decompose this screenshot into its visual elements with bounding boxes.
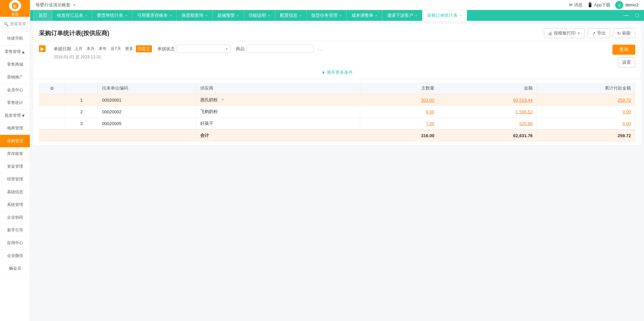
date-btn-more[interactable]: 更多 [124,45,135,52]
tab-purchase-order-stats[interactable]: 采购订单统计表 × [422,10,467,21]
tab-invite-downstream[interactable]: 邀请下游客户 × [382,10,422,21]
data-table: ⚙ 往来单位编码 供应商 主数量 [39,83,635,142]
logo-text: 标题 [12,12,18,17]
tab-order-stats[interactable]: 要货单统计表 × [92,10,132,21]
sidebar-item-retail-stats[interactable]: 零售统计 [0,97,30,109]
close-icon[interactable]: × [460,13,462,17]
sidebar-item-system[interactable]: 系统管理 [0,199,30,211]
row-qty-cell: 6.00 [360,106,438,118]
sidebar-item-wholesale[interactable]: 批发管理 ▼ [0,109,30,122]
sidebar-item-wechat[interactable]: 企业微信 [0,250,30,262]
close-icon[interactable]: × [415,13,417,17]
tab-picking[interactable]: 拣货任务管理 × [307,10,346,21]
goods-label: 商品 [236,46,245,52]
sidebar-item-label: 应用中心 [7,240,23,245]
export-button[interactable]: ↗ 导出 [588,28,610,38]
qty-link[interactable]: 6.00 [426,109,434,114]
close-icon[interactable]: × [339,13,341,17]
quick-nav-area[interactable]: 快捷导航 [0,32,30,46]
close-icon[interactable]: × [268,13,270,17]
sidebar-item-ecommerce[interactable]: 电商管理 [0,122,30,135]
tab-inventory-book[interactable]: 可用量库存账本 × [132,10,177,21]
footer-label: 合计 [200,133,209,138]
table-body: 1 00020001 惠氏奶粉 ▼ 303.00 [39,94,635,130]
sidebar-item-marketing[interactable]: 营销推广 [0,71,30,84]
sidebar-item-label: 零售管理 [5,49,21,55]
qty-link[interactable]: 7.00 [426,121,434,126]
sidebar-item-app-center[interactable]: 应用中心 [0,237,30,250]
date-btn-last-month[interactable]: 上月 [73,45,84,52]
user-profile[interactable]: d demo2 [615,1,639,9]
column-settings-icon[interactable]: ⚙ [50,86,54,91]
tab-home[interactable]: 首页 [34,10,52,21]
tab-home-label: 首页 [39,12,47,18]
tab-minimize-button[interactable]: — [621,12,631,19]
amount-link[interactable]: 525.80 [519,121,533,126]
paid-link[interactable]: 0.00 [623,109,631,114]
query-button[interactable]: 查询 [612,45,635,55]
tab-cost-adjust[interactable]: 成本调整单 × [347,10,382,21]
svg-text:畅: 畅 [13,4,17,8]
row-expand-icon[interactable]: ▼ [220,97,225,102]
date-btn-7days[interactable]: 近7天 [109,45,122,52]
tab-expiry[interactable]: 保质期查询 × [177,10,212,21]
tab-maximize-button[interactable]: □ [633,12,641,19]
row-supplier-cell: 惠氏奶粉 ▼ [196,94,360,106]
qty-link[interactable]: 303.00 [421,98,434,103]
sidebar-item-new-guide[interactable]: 新手引导 [0,224,30,237]
amount-link[interactable]: 60,519.44 [513,98,533,103]
app-download-button[interactable]: 📱 App下载 [587,2,610,8]
sidebar-item-member[interactable]: 会员中心 [0,84,30,97]
row-supplier-cell: 飞鹤奶粉 [196,106,360,118]
paid-link[interactable]: 0.00 [623,121,631,126]
tab-config[interactable]: 配置信息 × [275,10,307,21]
sidebar-item-member2[interactable]: 畅会员 [0,262,30,275]
chevron-down-icon: ▲ [21,50,25,54]
sidebar-item-inventory[interactable]: 库存核算 [0,148,30,160]
close-icon[interactable]: × [237,13,239,17]
sidebar-item-retail-mgmt[interactable]: 零售管理 ▲ [0,46,30,58]
close-icon[interactable]: × [170,13,172,17]
sidebar-search-button[interactable]: 🔍 搜索英单 [2,19,28,29]
sidebar-item-retail-store[interactable]: 零售商城 [0,58,30,71]
date-btn-this-year[interactable]: 本年 [97,45,108,52]
settings-button[interactable]: 设置 [618,57,635,67]
sidebar-item-finance[interactable]: 资金管理 [0,160,30,173]
date-btn-custom[interactable]: 自定义 [136,45,152,52]
goods-input[interactable] [247,45,314,53]
close-icon[interactable]: × [125,13,127,17]
close-icon[interactable]: × [205,13,207,17]
date-btn-this-month[interactable]: 本月 [85,45,96,52]
refresh-button[interactable]: ↻ 刷新 [613,28,635,38]
tab-overstock[interactable]: 超储预警 × [213,10,244,21]
collapse-toggle-button[interactable]: ▶ [39,45,46,52]
message-button[interactable]: ✉ 消息 [569,2,583,8]
paid-link[interactable]: 259.72 [618,98,631,103]
sidebar-item-label: 库存核算 [7,151,23,156]
expand-more-button[interactable]: ▼ 展开更多条件 [321,69,353,75]
status-select[interactable] [177,45,230,53]
tab-receive-send[interactable]: 收发存汇总表 × [52,10,92,21]
tab-label: 配置信息 [280,12,298,18]
amount-link[interactable]: 1,586.52 [516,109,533,114]
sidebar-item-purchase[interactable]: 采购管理 [0,135,30,148]
goods-filter-group: 商品 … [236,45,325,53]
sidebar-item-enterprise[interactable]: 企业协同 [0,211,30,224]
table-row: 3 00020005 好孩子 7.00 [39,118,635,130]
table-row: 1 00020001 惠氏奶粉 ▼ 303.00 [39,94,635,106]
print-button[interactable]: 🖨 按模板打印 ▼ [544,28,585,38]
row-code-cell: 00020005 [98,118,196,130]
workspace-selector[interactable]: 母婴行业演示账套 ▼ [36,2,76,8]
sidebar-item-ops[interactable]: 经营管理 [0,173,30,186]
tab-feature-desc[interactable]: 功能说明 × [244,10,275,21]
sidebar-item-basic-info[interactable]: 基础信息 [0,186,30,199]
app-icon: 📱 [587,2,593,7]
goods-more-icon[interactable]: … [316,46,325,52]
tab-label: 可用量库存账本 [137,12,168,18]
close-icon[interactable]: × [85,13,87,17]
row-qty-cell: 303.00 [360,94,438,106]
sidebar-item-label: 零售商城 [7,62,23,67]
close-icon[interactable]: × [300,13,302,17]
print-arrow-icon: ▼ [577,31,581,35]
close-icon[interactable]: × [375,13,377,17]
